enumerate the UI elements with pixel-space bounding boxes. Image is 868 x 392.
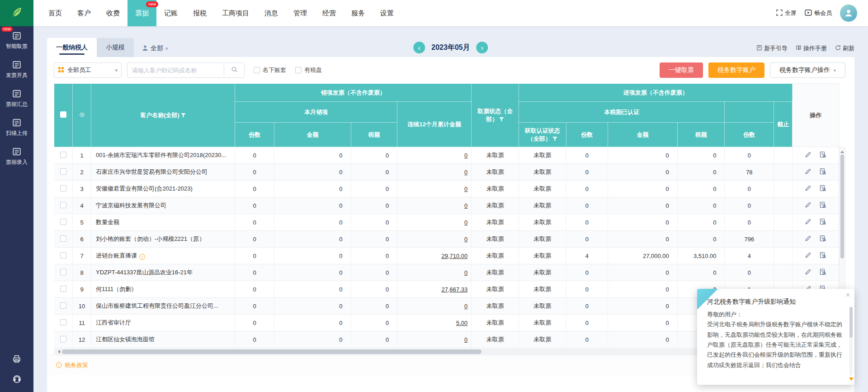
nav-item[interactable]: 经营 — [315, 0, 344, 26]
cum12-link[interactable]: 0 — [464, 202, 467, 209]
row-checkbox[interactable] — [60, 219, 66, 225]
nav-item[interactable]: 管理 — [286, 0, 315, 26]
cum12-link[interactable]: 0 — [464, 336, 467, 343]
row-checkbox[interactable] — [60, 319, 66, 325]
notification-scrollbar[interactable] — [849, 307, 853, 376]
edit-icon[interactable] — [805, 252, 811, 260]
customer-name[interactable]: 刘小艳的账套（勿动）-小规模2221（原） — [96, 235, 205, 242]
row-checkbox[interactable] — [60, 269, 66, 275]
service-icon[interactable] — [12, 374, 22, 386]
nav-item[interactable]: 消息 — [257, 0, 286, 26]
member-button[interactable]: 畅会员 — [805, 9, 832, 17]
row-checkbox[interactable] — [60, 336, 66, 342]
next-month-button[interactable]: › — [476, 42, 488, 53]
sidebar-item[interactable]: 扫描上传 — [0, 113, 33, 142]
edit-icon[interactable] — [805, 168, 811, 176]
nav-item[interactable]: 客户 — [70, 0, 99, 26]
scroll-up-icon[interactable] — [840, 149, 844, 153]
one-click-fetch-button[interactable]: 一键取票 — [660, 62, 703, 78]
row-checkbox[interactable] — [60, 185, 66, 191]
view-bill-icon[interactable] — [819, 268, 826, 277]
cum12-link[interactable]: 0 — [464, 269, 467, 276]
customer-name[interactable]: 001-余姚市宏瑞汽车零部件有限公司2018(20230... — [96, 152, 226, 158]
manual-link[interactable]: 操作手册 — [796, 44, 827, 53]
cum12-link[interactable]: 0 — [464, 219, 467, 226]
search-button[interactable] — [224, 62, 245, 78]
sidebar-item[interactable]: 票据录入 — [0, 142, 33, 171]
search-input[interactable] — [127, 62, 224, 78]
cum12-link[interactable]: 0 — [464, 152, 467, 159]
avatar[interactable] — [840, 5, 857, 22]
cum12-link[interactable]: 0 — [464, 169, 467, 176]
tax-digital-account-button[interactable]: 税务数字账户 — [708, 62, 764, 78]
checkbox-own-accounts[interactable]: 名下账套 — [254, 66, 286, 74]
fullscreen-button[interactable]: 全屏 — [776, 9, 797, 17]
view-bill-icon[interactable] — [819, 168, 826, 177]
row-checkbox[interactable] — [60, 152, 66, 158]
nav-item[interactable]: 票据 new — [127, 0, 156, 26]
customer-name[interactable]: 宁波京磁科技发展有限公司 — [96, 202, 166, 209]
tab-small-scale[interactable]: 小规模 — [97, 38, 134, 57]
customer-name[interactable]: 石家庄市兴华世星贸易有限公司安阳分公司 — [96, 168, 208, 175]
cum12-link[interactable]: 29,710.00 — [442, 253, 468, 259]
select-all-checkbox[interactable] — [60, 111, 66, 118]
close-icon[interactable]: × — [846, 292, 850, 299]
cum12-link[interactable]: 27,667.33 — [442, 286, 468, 293]
cum12-link[interactable]: 0 — [464, 236, 467, 243]
nav-item[interactable]: 收费 — [99, 0, 127, 26]
row-checkbox[interactable] — [60, 235, 66, 242]
prev-month-button[interactable]: ‹ — [413, 42, 425, 53]
customer-name[interactable]: YDZPT-441337昆山源品农业16-21年 — [96, 269, 193, 276]
filter-funnel-icon[interactable] — [552, 136, 557, 143]
nav-item[interactable]: 服务 — [344, 0, 373, 26]
customer-name[interactable]: 江都区仙女镇泡泡面馆 — [96, 336, 155, 343]
tax-policy-link[interactable]: i 税务政策 — [54, 361, 88, 369]
view-bill-icon[interactable] — [819, 235, 826, 244]
edit-icon[interactable] — [805, 218, 811, 226]
brand-logo[interactable] — [0, 0, 33, 26]
edit-icon[interactable] — [805, 151, 811, 159]
cum12-link[interactable]: 0 — [464, 303, 467, 310]
nav-item[interactable]: 设置 — [373, 0, 401, 26]
view-bill-icon[interactable] — [819, 185, 826, 193]
guide-link[interactable]: 新手引导 — [756, 44, 788, 53]
view-bill-icon[interactable] — [819, 151, 826, 160]
sidebar-item[interactable]: 发票开具 — [0, 55, 33, 84]
refresh-link[interactable]: 刷新 — [835, 44, 854, 53]
horizontal-scroll-thumb[interactable] — [62, 349, 481, 354]
row-checkbox[interactable] — [60, 168, 66, 175]
sidebar-item[interactable]: new 智能取票 — [0, 26, 33, 55]
edit-icon[interactable] — [805, 185, 811, 193]
customer-name[interactable]: 进销台账直播课 — [96, 252, 137, 259]
notification-scroll-thumb[interactable] — [849, 307, 853, 338]
customer-name[interactable]: 何1111（勿删） — [96, 286, 137, 292]
edit-icon[interactable] — [805, 268, 811, 277]
tax-account-ops-dropdown[interactable]: 税务数字账户操作 ▾ — [770, 62, 845, 78]
edit-icon[interactable] — [805, 235, 811, 243]
scroll-left-icon[interactable] — [56, 350, 60, 354]
region-filter-dropdown[interactable]: 全部 ▾ — [142, 44, 168, 53]
filter-funnel-icon[interactable] — [499, 116, 504, 123]
row-checkbox[interactable] — [60, 202, 66, 208]
cum12-link[interactable]: 0 — [464, 186, 467, 192]
cum12-link[interactable]: 5.00 — [456, 320, 467, 326]
view-bill-icon[interactable] — [819, 252, 826, 260]
sidebar-item[interactable]: 票据汇总 — [0, 84, 33, 113]
checkbox-tax-disk[interactable]: 有税盘 — [295, 66, 322, 74]
nav-item[interactable]: 记账 — [156, 0, 185, 26]
customer-name[interactable]: 安徽徽君置业有限公司(合2021-2023) — [96, 185, 193, 192]
vertical-scroll-thumb[interactable] — [840, 154, 844, 258]
customer-name[interactable]: 江西省审计厅 — [96, 319, 131, 326]
row-checkbox[interactable] — [60, 252, 66, 258]
nav-item[interactable]: 工商项目 — [214, 0, 257, 26]
customer-name[interactable]: 数量金额 — [96, 219, 119, 225]
employee-select[interactable]: 全部员工 ▾ — [54, 62, 122, 78]
filter-funnel-icon[interactable] — [181, 112, 186, 119]
tab-general-taxpayer[interactable]: 一般纳税人 — [47, 38, 97, 57]
row-checkbox[interactable] — [60, 286, 66, 292]
nav-item[interactable]: 报税 — [185, 0, 214, 26]
print-icon[interactable] — [12, 354, 21, 365]
customer-name[interactable]: 保山市板桥建筑工程有限责任公司盈江分公司... — [96, 302, 218, 309]
gear-icon[interactable] — [79, 113, 85, 120]
notification-scroll-down-icon[interactable] — [849, 378, 854, 383]
